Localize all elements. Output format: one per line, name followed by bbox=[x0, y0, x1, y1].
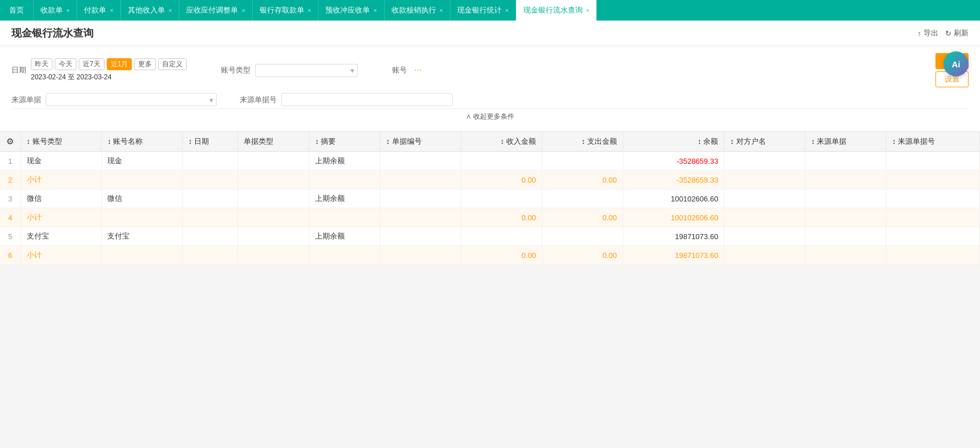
th-summary: ↕ 摘要 bbox=[309, 132, 380, 152]
row-source-doc bbox=[805, 246, 886, 265]
filter-area: 日期 昨天 今天 近7天 近1月 更多 自定义 2023-02-24 至 202… bbox=[0, 46, 980, 132]
row-counterpart bbox=[724, 208, 805, 227]
th-source-doc: ↕ 来源单据 bbox=[805, 132, 886, 152]
export-button[interactable]: ↑ 导出 bbox=[918, 28, 939, 38]
row-date bbox=[183, 227, 238, 246]
close-icon[interactable]: × bbox=[168, 7, 172, 14]
page-header: 现金银行流水查询 ↑ 导出 ↻ 刷新 bbox=[0, 21, 980, 46]
row-source-doc bbox=[805, 152, 886, 171]
row-date bbox=[183, 171, 238, 189]
row-summary bbox=[309, 208, 380, 227]
table-row: 5 支付宝 支付宝 上期余额 19871073.60 bbox=[0, 227, 980, 246]
account-type-select[interactable]: 现金 微信 支付宝 bbox=[255, 64, 358, 77]
table-body: 1 现金 现金 上期余额 -3528659.33 2 小计 0.00 0.00 … bbox=[0, 152, 980, 265]
source-doc-no-label: 来源单据号 bbox=[240, 95, 277, 105]
close-icon[interactable]: × bbox=[586, 7, 590, 14]
th-account-type: ↕ 账号类型 bbox=[21, 132, 102, 152]
refresh-button[interactable]: ↻ 刷新 bbox=[945, 28, 969, 38]
row-account-type: 现金 bbox=[21, 152, 102, 171]
row-doc-type bbox=[238, 227, 309, 246]
nav-tab-0[interactable]: 收款单 × bbox=[33, 0, 76, 21]
th-config: ⚙ bbox=[0, 132, 21, 152]
nav-tab-8[interactable]: 现金银行流水查询 × bbox=[516, 0, 596, 21]
row-number: 6 bbox=[0, 246, 21, 265]
nav-tab-7[interactable]: 现金银行统计 × bbox=[450, 0, 515, 21]
filter-row-1: 日期 昨天 今天 近7天 近1月 更多 自定义 2023-02-24 至 202… bbox=[11, 53, 969, 87]
close-icon[interactable]: × bbox=[373, 7, 377, 14]
filter-row-2: 来源单据 来源单据号 bbox=[11, 93, 969, 106]
page-title: 现金银行流水查询 bbox=[11, 26, 94, 40]
row-income: 0.00 bbox=[461, 246, 542, 265]
date-filter-label: 日期 bbox=[11, 65, 26, 75]
row-expense: 0.00 bbox=[542, 171, 623, 189]
close-icon[interactable]: × bbox=[66, 7, 70, 14]
row-source-doc-no bbox=[886, 171, 979, 189]
date-btn-1month[interactable]: 近1月 bbox=[107, 58, 132, 70]
row-date bbox=[183, 189, 238, 208]
export-icon: ↑ bbox=[918, 29, 922, 38]
source-doc-no-input[interactable] bbox=[281, 93, 453, 106]
row-account-type: 微信 bbox=[21, 189, 102, 208]
nav-home[interactable]: 首页 bbox=[0, 0, 33, 21]
row-income bbox=[461, 189, 542, 208]
table-row: 1 现金 现金 上期余额 -3528659.33 bbox=[0, 152, 980, 171]
config-icon[interactable]: ⚙ bbox=[6, 136, 14, 146]
date-btn-yesterday[interactable]: 昨天 bbox=[31, 58, 53, 70]
th-counterpart: ↕ 对方户名 bbox=[724, 132, 805, 152]
row-number: 3 bbox=[0, 189, 21, 208]
ai-assistant-button[interactable]: Ai bbox=[943, 51, 969, 76]
nav-tab-1[interactable]: 付款单 × bbox=[76, 0, 120, 21]
close-icon[interactable]: × bbox=[308, 7, 311, 14]
close-icon[interactable]: × bbox=[439, 7, 443, 14]
date-options: 昨天 今天 近7天 近1月 更多 自定义 bbox=[31, 58, 187, 70]
close-icon[interactable]: × bbox=[241, 7, 245, 14]
row-expense bbox=[542, 152, 623, 171]
row-balance: 100102606.60 bbox=[623, 208, 724, 227]
row-account-name: 支付宝 bbox=[102, 227, 183, 246]
row-doc-type bbox=[238, 208, 309, 227]
close-icon[interactable]: × bbox=[110, 7, 113, 14]
row-doc-type bbox=[238, 246, 309, 265]
row-income: 0.00 bbox=[461, 171, 542, 189]
row-doc-no bbox=[380, 171, 461, 189]
account-filter-item: 账号 ··· bbox=[392, 65, 424, 75]
th-source-doc-no: ↕ 来源单据号 bbox=[886, 132, 979, 152]
row-balance: 19871073.60 bbox=[623, 227, 724, 246]
refresh-icon: ↻ bbox=[945, 29, 951, 38]
date-btn-more[interactable]: 更多 bbox=[134, 58, 156, 70]
row-source-doc-no bbox=[886, 189, 979, 208]
date-btn-7days[interactable]: 近7天 bbox=[79, 58, 104, 70]
row-counterpart bbox=[724, 246, 805, 265]
table-row: 4 小计 0.00 0.00 100102606.60 bbox=[0, 208, 980, 227]
more-ellipsis-icon[interactable]: ··· bbox=[412, 65, 424, 75]
row-account-type: 小计 bbox=[21, 246, 102, 265]
th-doc-no: ↕ 单据编号 bbox=[380, 132, 461, 152]
nav-tab-4[interactable]: 银行存取款单 × bbox=[252, 0, 318, 21]
row-counterpart bbox=[724, 152, 805, 171]
row-account-type: 小计 bbox=[21, 171, 102, 189]
nav-tab-5[interactable]: 预收冲应收单 × bbox=[318, 0, 384, 21]
account-type-label: 账号类型 bbox=[221, 65, 251, 75]
row-doc-no bbox=[380, 152, 461, 171]
row-summary: 上期余额 bbox=[309, 227, 380, 246]
collapse-bar[interactable]: ∧ 收起更多条件 bbox=[11, 108, 969, 124]
date-btn-custom[interactable]: 自定义 bbox=[158, 58, 187, 70]
row-balance: -3528659.33 bbox=[623, 152, 724, 171]
nav-tab-2[interactable]: 其他收入单 × bbox=[120, 0, 179, 21]
nav-tab-3[interactable]: 应收应付调整单 × bbox=[179, 0, 252, 21]
source-doc-no-filter-item: 来源单据号 bbox=[240, 93, 453, 106]
row-doc-type bbox=[238, 171, 309, 189]
nav-tab-6[interactable]: 收款核销执行 × bbox=[384, 0, 450, 21]
row-income: 0.00 bbox=[461, 208, 542, 227]
row-source-doc bbox=[805, 227, 886, 246]
row-account-type: 支付宝 bbox=[21, 227, 102, 246]
date-btn-today[interactable]: 今天 bbox=[55, 58, 76, 70]
close-icon[interactable]: × bbox=[505, 7, 509, 14]
collapse-icon: ∧ bbox=[466, 112, 473, 120]
row-number: 1 bbox=[0, 152, 21, 171]
row-summary bbox=[309, 246, 380, 265]
table-row: 2 小计 0.00 0.00 -3528659.33 bbox=[0, 171, 980, 189]
source-doc-select[interactable] bbox=[46, 93, 217, 106]
row-expense: 0.00 bbox=[542, 208, 623, 227]
row-account-type: 小计 bbox=[21, 208, 102, 227]
